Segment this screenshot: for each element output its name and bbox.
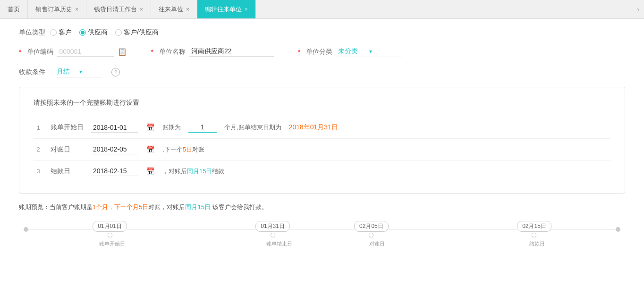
timeline-node-4-circle: [532, 233, 536, 237]
tl-line-3: [290, 229, 354, 229]
tab-edit-counterpart[interactable]: 编辑往来单位 ×: [197, 0, 256, 18]
timeline-node-3-circle: [369, 233, 373, 237]
radio-customer-supplier[interactable]: 客户/供应商: [115, 28, 159, 37]
step-1-date-input[interactable]: [91, 123, 138, 133]
payment-terms-value: 月结: [57, 68, 77, 76]
preview-p3: 对账，对账后: [148, 203, 185, 211]
step-2-suffix: 对账: [192, 146, 204, 153]
timeline-label-3-text: 对账日: [369, 240, 385, 247]
timeline-node-4-date: 02月15日: [517, 221, 551, 232]
tab-counterpart-label: 往来单位: [159, 5, 183, 14]
timeline-label-3: 对账日: [363, 240, 391, 247]
radio-supplier-label: 供应商: [88, 28, 108, 37]
timeline-node-1: 01月01日: [93, 221, 127, 237]
tab-more-arrow[interactable]: ›: [632, 0, 644, 18]
unit-code-copy-icon[interactable]: 📋: [118, 47, 127, 56]
radio-customer[interactable]: 客户: [50, 28, 72, 37]
step-2-calendar-icon[interactable]: 📅: [146, 145, 155, 154]
unit-type-label: 单位类型: [19, 28, 45, 37]
step-2-num: 2: [34, 146, 43, 153]
preview-label: 账期预览：当前客户账期是: [19, 203, 93, 211]
payment-terms-label: 收款条件: [19, 68, 45, 76]
unit-code-input[interactable]: [57, 47, 114, 57]
step-2-desc: ,下一个5日对账: [162, 145, 204, 154]
preview-p4: 同月15日: [185, 203, 210, 211]
help-icon[interactable]: ?: [111, 68, 120, 76]
unit-code-field-group: * 单位编码 📋: [19, 47, 127, 57]
tab-sales-close-icon[interactable]: ×: [75, 6, 78, 13]
timeline-section: 01月01日 01月31日 02月05日 02月15日: [19, 221, 625, 247]
unit-category-arrow-icon: ▾: [369, 48, 400, 55]
unit-category-dropdown[interactable]: 未分类 ▾: [336, 46, 402, 57]
tab-sales-order-history[interactable]: 销售订单历史 ×: [28, 0, 86, 18]
step-3-calendar-icon[interactable]: 📅: [146, 167, 155, 176]
timeline-label-2: 账单结束日: [263, 240, 296, 247]
unit-category-field-group: * 单位分类 未分类 ▾: [298, 46, 402, 57]
timeline-label-4-text: 结款日: [529, 240, 545, 247]
tl-line-5: [551, 229, 616, 229]
step-1-label: 账单开始日: [51, 123, 84, 132]
timeline-labels: 账单开始日 账单结束日 对账日 结款日: [24, 240, 620, 247]
radio-customer-circle: [50, 29, 57, 36]
step-3-prefix: ，对账后: [162, 168, 187, 175]
step-1-middle-text: 账期为: [162, 123, 181, 132]
radio-group: 客户 供应商 客户/供应商: [50, 28, 159, 37]
timeline-node-3-date: 02月05日: [354, 221, 389, 232]
unit-name-input[interactable]: [189, 47, 274, 57]
payment-terms-arrow-icon: ▾: [79, 68, 100, 75]
step-3-num: 3: [34, 168, 43, 175]
tab-cash-label: 钱货日清工作台: [94, 5, 137, 14]
payment-terms-dropdown[interactable]: 月结 ▾: [55, 67, 102, 77]
timeline-label-4: 结款日: [525, 240, 549, 247]
tab-home-label: 首页: [8, 5, 20, 14]
timeline-node-2-circle: [271, 233, 275, 237]
radio-customer-supplier-circle: [115, 29, 122, 36]
tab-home[interactable]: 首页: [0, 0, 28, 18]
preview-section: 账期预览：当前客户账期是1个月，下一个月5日对账，对账后同月15日 该客户会给我…: [19, 203, 625, 211]
tab-edit-close-icon[interactable]: ×: [245, 6, 248, 13]
tab-cash-close-icon[interactable]: ×: [140, 6, 143, 13]
radio-supplier[interactable]: 供应商: [79, 28, 108, 37]
step-3-suffix: 结款: [212, 168, 224, 175]
tl-line-2: [127, 229, 255, 229]
step-3-highlight: 同月15日: [187, 168, 212, 175]
tab-bar: 首页 销售订单历史 × 钱货日清工作台 × 往来单位 × 编辑往来单位 × ›: [0, 0, 644, 19]
tab-counterpart-close-icon[interactable]: ×: [186, 6, 189, 13]
main-content: 单位类型 客户 供应商 客户/供应商 * 单位编码 📋 * 单位名称: [0, 19, 644, 287]
radio-supplier-circle: [79, 29, 86, 36]
tab-edit-label: 编辑往来单位: [205, 5, 242, 14]
step-3-date-input[interactable]: [91, 166, 138, 176]
timeline-label-2-text: 账单结束日: [266, 240, 292, 247]
step-1-end-date: 2018年01月31日: [289, 123, 338, 132]
period-months-input[interactable]: [188, 122, 217, 133]
timeline-node-3: 02月05日: [354, 221, 389, 237]
timeline-node-1-date: 01月01日: [93, 221, 127, 232]
timeline-track: 01月01日 01月31日 02月05日 02月15日: [24, 221, 620, 237]
timeline-node-1-circle: [108, 233, 112, 237]
unit-code-required: *: [19, 48, 21, 56]
step-2-prefix: ,下一个: [162, 146, 183, 153]
tab-cash-goods[interactable]: 钱货日清工作台 ×: [86, 0, 151, 18]
step-3-label: 结款日: [51, 167, 84, 176]
preview-p5: 该客户会给我打款。: [212, 203, 268, 211]
payment-terms-row: 收款条件 月结 ▾ ?: [19, 67, 625, 77]
timeline-label-1: 账单开始日: [95, 240, 128, 247]
timeline-node-2: 01月31日: [255, 221, 290, 237]
unit-code-label: 单位编码: [27, 48, 53, 56]
timeline-node-4: 02月15日: [517, 221, 551, 237]
fields-row: * 单位编码 📋 * 单位名称 * 单位分类 未分类 ▾: [19, 46, 625, 57]
step-2-highlight: 5日: [183, 146, 192, 153]
step-1-calendar-icon[interactable]: 📅: [146, 123, 155, 132]
timeline-node-2-date: 01月31日: [255, 221, 290, 232]
step-1-num: 1: [34, 124, 43, 131]
timeline-start-dot: [24, 227, 28, 232]
step-3-row: 3 结款日 📅 ，对账后同月15日结款: [34, 160, 610, 182]
tab-counterpart[interactable]: 往来单位 ×: [151, 0, 197, 18]
unit-category-label: 单位分类: [306, 48, 332, 56]
step-2-label: 对账日: [51, 145, 84, 154]
tl-line-4: [389, 229, 517, 229]
step-2-row: 2 对账日 📅 ,下一个5日对账: [34, 139, 610, 160]
step-1-suffix: 个月,账单结束日期为: [224, 123, 281, 132]
radio-customer-label: 客户: [59, 28, 72, 37]
step-2-date-input[interactable]: [91, 144, 138, 154]
